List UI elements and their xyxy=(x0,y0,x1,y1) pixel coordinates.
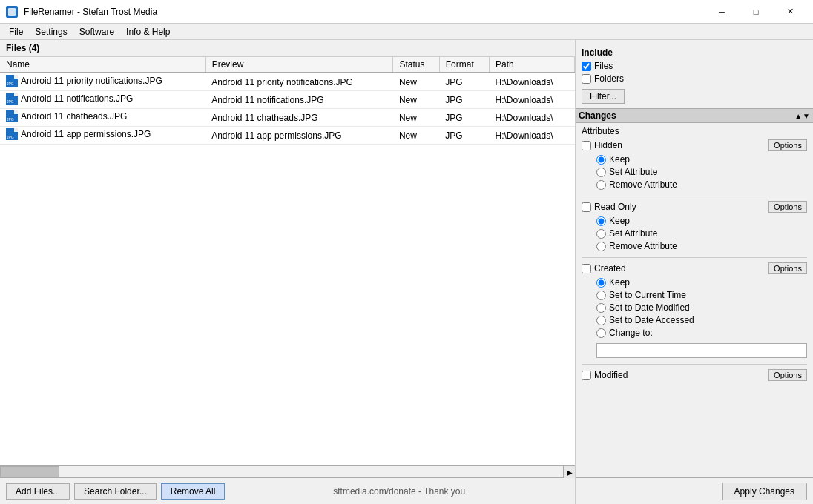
created-options-button[interactable]: Options xyxy=(768,262,807,274)
cell-status: New xyxy=(393,73,439,91)
minimize-button[interactable]: ─ xyxy=(705,0,739,24)
created-keep-label: Keep xyxy=(609,277,630,288)
menu-item-0[interactable]: File xyxy=(3,25,29,39)
folders-checkbox[interactable] xyxy=(582,74,591,84)
readonly-checkbox[interactable] xyxy=(582,202,591,212)
created-datetime-input[interactable]: 6/16/2020 4:50:17 xyxy=(596,343,807,358)
cell-path: H:\Downloads\ xyxy=(490,109,575,127)
readonly-options-button[interactable]: Options xyxy=(768,201,807,213)
hidden-keep-radio[interactable] xyxy=(596,155,606,165)
apply-changes-button[interactable]: Apply Changes xyxy=(722,483,807,500)
hidden-keep-label: Keep xyxy=(609,154,630,165)
created-checkbox[interactable] xyxy=(582,264,591,273)
scrollbar-thumb[interactable] xyxy=(0,466,59,477)
cell-path: H:\Downloads\ xyxy=(490,127,575,145)
created-keep-row: Keep xyxy=(596,277,807,288)
cell-preview: Android 11 notifications.JPG xyxy=(205,91,393,109)
add-files-button[interactable]: Add Files... xyxy=(6,483,70,500)
hidden-label: Hidden xyxy=(594,140,622,150)
files-label: Files xyxy=(594,61,613,71)
divider-2 xyxy=(582,257,807,258)
created-current-time-row: Set to Current Time xyxy=(596,290,807,300)
modified-options-button[interactable]: Options xyxy=(768,369,807,381)
hidden-options-button[interactable]: Options xyxy=(768,139,807,151)
close-button[interactable]: ✕ xyxy=(773,0,807,24)
cell-name: Android 11 app permissions.JPG xyxy=(0,127,205,145)
file-table-wrap[interactable]: NamePreviewStatusFormatPath Android 11 p… xyxy=(0,57,575,465)
cell-format: JPG xyxy=(439,127,489,145)
created-date-modified-radio[interactable] xyxy=(596,303,606,313)
hidden-set-radio[interactable] xyxy=(596,168,606,177)
file-table: NamePreviewStatusFormatPath Android 11 p… xyxy=(0,57,575,145)
col-format: Format xyxy=(439,57,489,73)
created-attr-label: Created xyxy=(582,263,626,273)
col-path: Path xyxy=(490,57,575,73)
collapse-arrows[interactable]: ▲ ▼ xyxy=(794,112,810,120)
filter-button[interactable]: Filter... xyxy=(582,89,625,104)
readonly-remove-radio[interactable] xyxy=(596,242,606,251)
created-date-accessed-label: Set to Date Accessed xyxy=(609,315,694,325)
created-attr-header: Created Options xyxy=(582,262,807,274)
created-date-modified-row: Set to Date Modified xyxy=(596,302,807,313)
menu-item-2[interactable]: Software xyxy=(73,25,120,39)
modified-attr-label: Modified xyxy=(582,370,628,380)
menu-item-1[interactable]: Settings xyxy=(29,25,73,39)
cell-name: Android 11 notifications.JPG xyxy=(0,91,205,109)
collapse-up-icon: ▲ xyxy=(794,112,802,120)
modified-checkbox[interactable] xyxy=(582,371,591,380)
file-icon xyxy=(6,128,18,140)
files-header: Files (4) xyxy=(0,40,575,57)
readonly-set-radio[interactable] xyxy=(596,229,606,239)
created-change-to-radio[interactable] xyxy=(596,328,606,338)
readonly-remove-label: Remove Attribute xyxy=(609,241,677,251)
readonly-keep-radio[interactable] xyxy=(596,216,606,226)
hidden-attr-header: Hidden Options xyxy=(582,139,807,151)
right-scroll[interactable]: Include Files Folders Filter... Changes … xyxy=(576,40,813,477)
created-keep-radio[interactable] xyxy=(596,278,606,288)
action-bar: Add Files... Search Folder... Remove All… xyxy=(0,477,575,504)
app-icon xyxy=(6,6,18,18)
readonly-set-row: Set Attribute xyxy=(596,228,807,239)
readonly-attr-label: Read Only xyxy=(582,202,636,212)
menu-item-3[interactable]: Info & Help xyxy=(120,25,176,39)
status-text: sttmedia.com/donate - Thank you xyxy=(229,486,569,497)
maximize-button[interactable]: □ xyxy=(739,0,773,24)
window-title: FileRenamer - Stefan Trost Media xyxy=(24,7,699,17)
created-change-to-row: Change to: xyxy=(596,328,807,338)
table-row[interactable]: Android 11 notifications.JPGAndroid 11 n… xyxy=(0,91,575,109)
attributes-section-label: Attributes xyxy=(582,126,807,136)
created-current-time-radio[interactable] xyxy=(596,291,606,300)
files-checkbox[interactable] xyxy=(582,62,591,71)
table-row[interactable]: Android 11 chatheads.JPGAndroid 11 chath… xyxy=(0,109,575,127)
changes-header: Changes ▲ ▼ xyxy=(576,108,813,123)
remove-all-button[interactable]: Remove All xyxy=(161,483,226,500)
readonly-radio-group: Keep Set Attribute Remove Attribute xyxy=(582,216,807,251)
table-row[interactable]: Android 11 priority notifications.JPGAnd… xyxy=(0,73,575,91)
created-date-accessed-row: Set to Date Accessed xyxy=(596,315,807,325)
search-folder-button[interactable]: Search Folder... xyxy=(74,483,157,500)
cell-format: JPG xyxy=(439,91,489,109)
svg-rect-0 xyxy=(8,8,16,16)
hidden-remove-radio[interactable] xyxy=(596,180,606,190)
horizontal-scrollbar[interactable]: ▶ xyxy=(0,465,575,477)
created-current-time-label: Set to Current Time xyxy=(609,290,686,300)
cell-status: New xyxy=(393,127,439,145)
cell-path: H:\Downloads\ xyxy=(490,73,575,91)
cell-status: New xyxy=(393,109,439,127)
created-label: Created xyxy=(594,263,626,273)
created-date-accessed-radio[interactable] xyxy=(596,316,606,325)
cell-status: New xyxy=(393,91,439,109)
created-radio-group: Keep Set to Current Time Set to Date Mod… xyxy=(582,277,807,358)
readonly-keep-row: Keep xyxy=(596,216,807,226)
folders-checkbox-row: Folders xyxy=(582,73,807,84)
scroll-right-btn[interactable]: ▶ xyxy=(563,466,575,478)
readonly-remove-row: Remove Attribute xyxy=(596,241,807,251)
col-preview: Preview xyxy=(205,57,393,73)
cell-name: Android 11 priority notifications.JPG xyxy=(0,73,205,91)
table-row[interactable]: Android 11 app permissions.JPGAndroid 11… xyxy=(0,127,575,145)
readonly-attr-group: Read Only Options Keep Set Attribute xyxy=(582,201,807,251)
collapse-down-icon: ▼ xyxy=(803,112,810,120)
folders-label: Folders xyxy=(594,73,624,84)
hidden-checkbox[interactable] xyxy=(582,141,591,150)
include-title: Include xyxy=(582,47,807,58)
